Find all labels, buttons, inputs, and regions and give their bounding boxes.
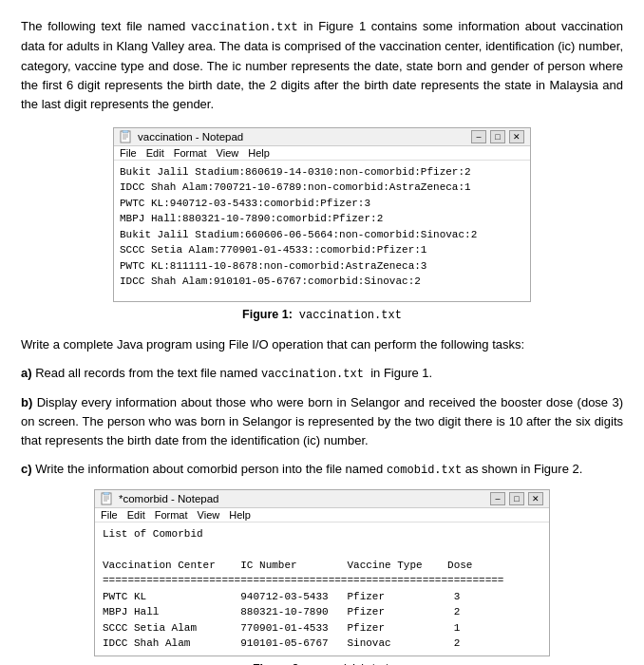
menu-help-1[interactable]: Help [248, 147, 270, 159]
maximize-button-2[interactable]: □ [509, 492, 524, 505]
task-a-label: a) [21, 366, 32, 380]
task-intro: Write a complete Java program using File… [21, 335, 623, 354]
line-3: PWTC KL:940712-03-5433:comorbid:Pfizer:3 [120, 196, 524, 212]
intro-paragraph: The following text file named vaccinatio… [21, 17, 623, 114]
menu-file-2[interactable]: File [101, 509, 118, 521]
menu-format-2[interactable]: Format [155, 509, 188, 521]
line-2: IDCC Shah Alam:700721-10-6789:non-comorb… [120, 180, 524, 196]
task-a: a) Read all records from the text file n… [21, 364, 623, 384]
notepad-menubar-1: File Edit Format View Help [114, 146, 530, 161]
menu-format-1[interactable]: Format [174, 147, 207, 159]
notepad-titlebar-2: *comorbid - Notepad – □ ✕ [95, 490, 549, 508]
task-b-label: b) [21, 395, 32, 409]
task-b: b) Display every information about those… [21, 393, 623, 450]
line-7: PWTC KL:811111-10-8678:non-comorbid:Astr… [120, 258, 524, 275]
svg-rect-1 [123, 130, 128, 133]
notepad-titlebar-1: vaccination - Notepad – □ ✕ [114, 128, 530, 146]
notepad-file-icon-2 [101, 492, 114, 505]
task-c: c) Write the information about comorbid … [21, 460, 623, 480]
line-1: Bukit Jalil Stadium:860619-14-0310:non-c… [120, 164, 524, 180]
minimize-button-1[interactable]: – [471, 130, 486, 143]
notepad-menubar-2: File Edit Format View Help [95, 508, 549, 522]
line-5: Bukit Jalil Stadium:660606-06-5664:non-c… [120, 227, 524, 243]
notepad-content-1[interactable]: Bukit Jalil Stadium:860619-14-0310:non-c… [114, 161, 530, 301]
menu-edit-2[interactable]: Edit [127, 509, 145, 521]
menu-view-2[interactable]: View [198, 509, 220, 521]
svg-rect-6 [104, 492, 109, 495]
notepad-title-text-2: *comorbid - Notepad [119, 493, 218, 504]
menu-file-1[interactable]: File [120, 147, 137, 159]
line-8: IDCC Shah Alam:910101-05-6767:comorbid:S… [120, 274, 524, 290]
notepad-controls-2[interactable]: – □ ✕ [490, 492, 543, 505]
notepad-title-text-1: vaccination - Notepad [138, 131, 243, 142]
notepad-content-2[interactable]: List of Comorbid Vaccination Center IC N… [95, 522, 549, 656]
close-button-2[interactable]: ✕ [528, 492, 543, 505]
notepad-window-2: *comorbid - Notepad – □ ✕ File Edit Form… [94, 489, 550, 656]
notepad-controls-1[interactable]: – □ ✕ [471, 130, 524, 143]
minimize-button-2[interactable]: – [490, 492, 505, 505]
close-button-1[interactable]: ✕ [509, 130, 524, 143]
menu-help-2[interactable]: Help [229, 509, 251, 521]
notepad-window-1: vaccination - Notepad – □ ✕ File Edit Fo… [113, 127, 531, 302]
task-c-label: c) [21, 462, 32, 476]
figure-1-label: Figure 1: vaccination.txt [21, 308, 623, 322]
maximize-button-1[interactable]: □ [490, 130, 505, 143]
menu-view-1[interactable]: View [217, 147, 239, 159]
notepad-file-icon [120, 130, 133, 143]
line-6: SCCC Setia Alam:770901-01-4533::comorbid… [120, 242, 524, 258]
menu-edit-1[interactable]: Edit [146, 147, 164, 159]
line-4: MBPJ Hall:880321-10-7890:comorbid:Pfizer… [120, 211, 524, 227]
